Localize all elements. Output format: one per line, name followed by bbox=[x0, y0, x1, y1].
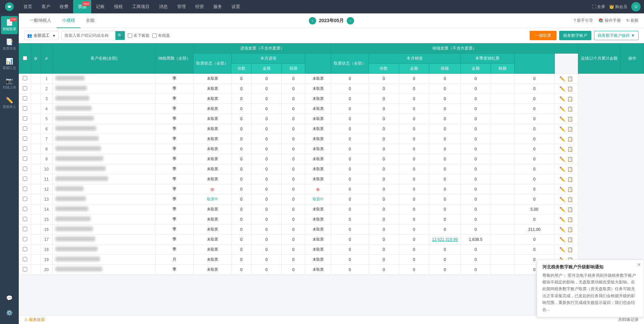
tax-disk-checkbox-label[interactable]: 有税盘 bbox=[152, 33, 170, 39]
edit-icon[interactable]: ✏️ bbox=[559, 167, 565, 172]
digital-account-ops-btn[interactable]: 税务数字账户操作 ▼ bbox=[594, 31, 639, 40]
nav-item-报税[interactable]: 报税 bbox=[109, 0, 127, 13]
ledger-checkbox[interactable] bbox=[128, 34, 132, 38]
edit-icon[interactable]: ✏️ bbox=[559, 76, 565, 81]
edit-icon[interactable]: ✏️ bbox=[559, 86, 565, 91]
select-all-checkbox[interactable] bbox=[23, 56, 27, 60]
next-month-btn[interactable]: › bbox=[346, 17, 354, 24]
copy-icon[interactable]: 📋 bbox=[567, 197, 573, 202]
edit-icon[interactable]: ✏️ bbox=[559, 237, 565, 242]
nav-item-客户[interactable]: 客户 bbox=[37, 0, 55, 13]
search-button[interactable]: 🔍 bbox=[115, 31, 125, 40]
row-checkbox[interactable] bbox=[23, 237, 27, 241]
edit-icon[interactable]: ✏️ bbox=[559, 227, 565, 232]
sidebar-bottom-message[interactable]: 💬 bbox=[3, 292, 15, 304]
ledger-checkbox-label[interactable]: 名下账套 bbox=[128, 33, 150, 39]
edit-icon[interactable]: ✏️ bbox=[559, 207, 565, 212]
edit-icon[interactable]: ✏️ bbox=[559, 156, 565, 162]
copy-icon[interactable]: 📋 bbox=[567, 207, 573, 212]
sidebar-bottom-settings[interactable]: ⚙️ bbox=[3, 307, 15, 319]
row-checkbox[interactable] bbox=[23, 227, 27, 231]
manual-btn[interactable]: 📚 操作手册 bbox=[598, 18, 621, 23]
member-btn[interactable]: 👑 购会员 bbox=[609, 4, 627, 10]
copy-icon[interactable]: 📋 bbox=[567, 227, 573, 232]
avatar[interactable]: U bbox=[631, 2, 641, 11]
sidebar-item-票据录入[interactable]: ✏️票据录入 bbox=[1, 94, 18, 112]
row-checkbox[interactable] bbox=[23, 207, 27, 211]
tax-disk-checkbox[interactable] bbox=[152, 34, 157, 38]
copy-icon[interactable]: 📋 bbox=[567, 96, 573, 102]
nav-item-收费[interactable]: 收费 bbox=[55, 0, 73, 13]
edit-icon[interactable]: ✏️ bbox=[559, 187, 565, 192]
digital-account-btn[interactable]: 税务数字账户 bbox=[559, 31, 591, 40]
one-click-btn[interactable]: 一键取票 bbox=[530, 31, 556, 40]
nav-item-票据[interactable]: 票据new bbox=[73, 0, 91, 13]
row-checkbox[interactable] bbox=[23, 146, 27, 151]
edit-icon[interactable]: ✏️ bbox=[559, 116, 565, 122]
row-checkbox[interactable] bbox=[23, 76, 27, 80]
search-input[interactable] bbox=[62, 31, 115, 40]
copy-icon[interactable]: 📋 bbox=[567, 76, 573, 81]
copy-icon[interactable]: 📋 bbox=[567, 217, 573, 222]
refresh-btn[interactable]: ↻ 刷新 bbox=[626, 18, 639, 23]
copy-icon[interactable]: 📋 bbox=[567, 126, 573, 132]
sidebar-item-发票开具[interactable]: 📑发票开具 bbox=[1, 36, 18, 54]
nav-item-首页[interactable]: 首页 bbox=[19, 0, 37, 13]
nav-item-工商项目[interactable]: 工商项目 bbox=[127, 0, 154, 13]
row-checkbox[interactable] bbox=[23, 116, 27, 121]
row-checkbox[interactable] bbox=[23, 156, 27, 161]
nav-item-设置[interactable]: 设置 bbox=[227, 0, 245, 13]
nav-item-记账[interactable]: 记账 bbox=[91, 0, 109, 13]
row-checkbox[interactable] bbox=[23, 217, 27, 221]
edit-icon[interactable]: ✏️ bbox=[559, 136, 565, 142]
edit-icon[interactable]: ✏️ bbox=[559, 126, 565, 132]
sidebar-item-智能取票[interactable]: 📄智能取票new bbox=[1, 16, 18, 34]
row-checkbox[interactable] bbox=[23, 106, 27, 111]
row-checkbox[interactable] bbox=[23, 167, 27, 171]
copy-icon[interactable]: 📋 bbox=[567, 237, 573, 242]
copy-icon[interactable]: 📋 bbox=[567, 247, 573, 252]
employee-select[interactable]: 👥 全部员工 ▼ bbox=[24, 31, 59, 40]
edit-icon[interactable]: ✏️ bbox=[559, 177, 565, 182]
row-checkbox[interactable] bbox=[23, 96, 27, 101]
row-checkbox[interactable] bbox=[23, 267, 27, 271]
nav-item-服务[interactable]: 服务 bbox=[209, 0, 227, 13]
edit-icon[interactable]: ✏️ bbox=[559, 197, 565, 202]
copy-icon[interactable]: 📋 bbox=[567, 106, 573, 112]
sub-tab-全能[interactable]: 全能 bbox=[80, 13, 100, 28]
row-checkbox[interactable] bbox=[23, 177, 27, 181]
row-checkbox[interactable] bbox=[23, 86, 27, 90]
edit-icon[interactable]: ✏️ bbox=[559, 217, 565, 222]
prev-month-btn[interactable]: ‹ bbox=[309, 17, 316, 24]
edit-icon[interactable]: ✏️ bbox=[559, 146, 565, 152]
nav-item-消息[interactable]: 消息 bbox=[154, 0, 172, 13]
nav-item-经营[interactable]: 经营 bbox=[191, 0, 209, 13]
notification-close-btn[interactable]: ✕ bbox=[637, 262, 641, 267]
row-checkbox[interactable] bbox=[23, 257, 27, 261]
copy-icon[interactable]: 📋 bbox=[567, 86, 573, 91]
row-checkbox[interactable] bbox=[23, 197, 27, 201]
copy-icon[interactable]: 📋 bbox=[567, 146, 573, 152]
nav-item-管理[interactable]: 管理 bbox=[172, 0, 191, 13]
row-refund-amount: 0 bbox=[429, 124, 461, 134]
sub-tab-小规模[interactable]: 小规模 bbox=[57, 13, 80, 28]
edit-icon[interactable]: ✏️ bbox=[559, 247, 565, 252]
row-checkbox[interactable] bbox=[23, 126, 27, 131]
sub-tab-一般纳税人[interactable]: 一般纳税人 bbox=[24, 13, 57, 28]
copy-icon[interactable]: 📋 bbox=[567, 156, 573, 162]
edit-icon[interactable]: ✏️ bbox=[559, 106, 565, 112]
edit-icon[interactable]: ✏️ bbox=[559, 96, 565, 102]
guide-btn[interactable]: ? 新手引导 bbox=[574, 18, 593, 23]
row-checkbox[interactable] bbox=[23, 247, 27, 251]
copy-icon[interactable]: 📋 bbox=[567, 187, 573, 192]
row-checkbox[interactable] bbox=[23, 136, 27, 141]
fullscreen-btn[interactable]: ⛶ 全屏 bbox=[592, 4, 605, 10]
copy-icon[interactable]: 📋 bbox=[567, 116, 573, 122]
copy-icon[interactable]: 📋 bbox=[567, 177, 573, 182]
sidebar-item-票据汇总[interactable]: 📊票据汇总 bbox=[1, 55, 18, 73]
copy-icon[interactable]: 📋 bbox=[567, 167, 573, 172]
tax-policy-link[interactable]: ⚠ 税务政策 bbox=[24, 317, 45, 323]
row-checkbox[interactable] bbox=[23, 187, 27, 191]
copy-icon[interactable]: 📋 bbox=[567, 136, 573, 142]
sidebar-item-扫描上传[interactable]: 📷扫描上传 bbox=[1, 74, 18, 92]
